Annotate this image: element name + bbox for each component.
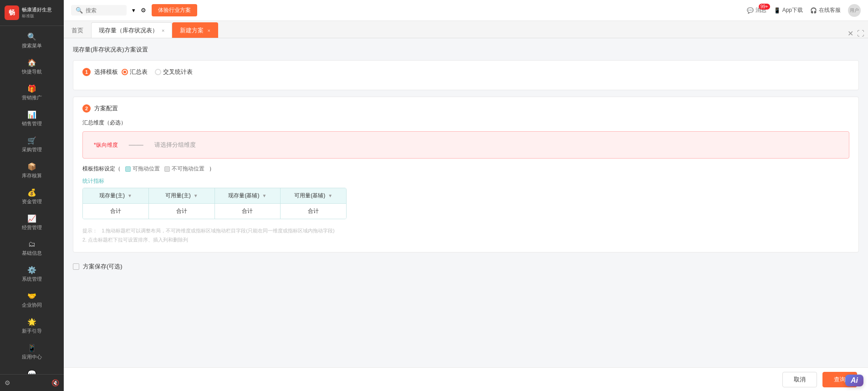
- section2-number: 2: [82, 104, 91, 113]
- sidebar-bottom: ⚙ 🔇: [0, 374, 64, 391]
- tab-new-plan-label: 新建方案: [180, 26, 204, 35]
- sidebar-item-system[interactable]: ⚙️系统管理: [0, 261, 64, 287]
- topbar-dropdown-icon[interactable]: ▾: [132, 7, 135, 14]
- tab-inventory-status[interactable]: 现存量（库存状况表） ×: [91, 22, 172, 38]
- radio-cross-circle: [155, 69, 161, 75]
- messages-button[interactable]: 💬 消息 99+: [747, 6, 766, 14]
- nav-label-purchase: 采购管理: [22, 146, 42, 153]
- indicator-settings-suffix: ）: [209, 165, 214, 173]
- stats-data-col4: 合计: [281, 203, 346, 219]
- indicator-settings-prefix: 模板指标设定（: [82, 165, 121, 173]
- app-download-icon: 📱: [774, 7, 781, 14]
- nav-label-newbie: 新手引导: [22, 328, 42, 334]
- industry-plan-button[interactable]: 体验行业方案: [152, 4, 197, 16]
- radio-summary-circle: [122, 69, 128, 75]
- stats-label: 统计指标: [82, 177, 849, 185]
- sidebar-item-inventory[interactable]: 📦库存核算: [0, 158, 64, 184]
- nav-icon-app-center: 📱: [27, 344, 36, 352]
- stats-header-col2[interactable]: 可用量(主)▼: [149, 188, 215, 203]
- nav-icon-newbie: 🌟: [27, 318, 36, 326]
- stats-header-col1[interactable]: 现存量(主)▼: [83, 188, 149, 203]
- tab-close-all-icon[interactable]: ✕: [848, 29, 853, 38]
- col-dropdown-col2[interactable]: ▼: [194, 193, 198, 198]
- search-box[interactable]: 🔍: [71, 5, 127, 15]
- save-checkbox[interactable]: [73, 263, 79, 270]
- nav-label-system: 系统管理: [22, 276, 42, 283]
- stats-header-row: 现存量(主)▼可用量(主)▼现存量(基辅)▼可用量(基辅)▼: [83, 188, 346, 203]
- col-dropdown-col3[interactable]: ▼: [262, 193, 266, 198]
- tab-inventory-status-close[interactable]: ×: [162, 28, 164, 33]
- sound-icon[interactable]: 🔇: [51, 379, 59, 386]
- radio-cross[interactable]: 交叉统计表: [155, 68, 193, 76]
- stats-data-col1: 合计: [83, 203, 149, 219]
- user-avatar[interactable]: 用户: [848, 4, 861, 17]
- nav-label-basic: 基础信息: [22, 250, 42, 257]
- section1-header: 1 选择模板 汇总表 交叉统计表: [82, 68, 849, 76]
- dim-arrow: ——: [129, 141, 143, 149]
- sidebar-item-app-center[interactable]: 📱应用中心: [0, 339, 64, 365]
- nav-icon-enterprise: 🤝: [27, 292, 36, 300]
- dim-placeholder: 请选择分组维度: [154, 141, 196, 149]
- nav-label-inventory: 库存核算: [22, 172, 42, 179]
- section1-title: 选择模板: [94, 68, 118, 76]
- section2-card: 2 方案配置 汇总维度（必选） *纵向维度 —— 请选择分组维度 模板指标设定（…: [73, 97, 859, 252]
- section1-number: 1: [82, 68, 91, 76]
- tab-expand-icon[interactable]: ⛶: [857, 30, 864, 38]
- search-icon: 🔍: [76, 7, 83, 14]
- cancel-button[interactable]: 取消: [782, 372, 817, 387]
- sidebar-item-enterprise[interactable]: 🤝企业协同: [0, 287, 64, 313]
- save-option-label: 方案保存(可选): [83, 262, 123, 271]
- col-dropdown-col4[interactable]: ▼: [328, 193, 332, 198]
- stats-data-col2: 合计: [149, 203, 215, 219]
- sidebar-item-search-menu[interactable]: 🔍搜索菜单: [0, 28, 64, 54]
- nav-icon-finance: 💰: [27, 188, 36, 197]
- sidebar-item-wechat[interactable]: 💬企业微信: [0, 365, 64, 374]
- app-download-button[interactable]: 📱 App下载: [774, 6, 803, 14]
- sidebar-item-purchase[interactable]: 🛒采购管理: [0, 132, 64, 158]
- nav-icon-shortcut-nav: 🏠: [27, 58, 36, 67]
- nav-label-finance: 资金管理: [22, 198, 42, 205]
- app-download-label: App下载: [782, 6, 803, 14]
- sidebar-item-operations[interactable]: 📈经营管理: [0, 210, 64, 236]
- legend-draggable-box: [125, 166, 131, 172]
- settings-icon[interactable]: ⚙: [5, 379, 10, 386]
- messages-badge: 99+: [759, 4, 770, 10]
- nav-label-marketing: 营销推广: [22, 94, 42, 101]
- nav-icon-system: ⚙️: [27, 266, 36, 274]
- radio-summary[interactable]: 汇总表: [122, 68, 148, 76]
- tab-new-plan-close[interactable]: ×: [207, 28, 210, 33]
- sidebar-item-sales[interactable]: 📊销售管理: [0, 106, 64, 132]
- tab-home[interactable]: 首页: [64, 22, 91, 38]
- sidebar-item-marketing[interactable]: 🎁营销推广: [0, 80, 64, 106]
- sidebar-item-shortcut-nav[interactable]: 🏠快捷导航: [0, 54, 64, 80]
- legend-draggable-label: 可拖动位置: [133, 165, 160, 173]
- stats-header-col4[interactable]: 可用量(基辅)▼: [281, 188, 346, 203]
- sidebar-item-basic[interactable]: 🗂基础信息: [0, 236, 64, 261]
- app-name: 畅康通好生意: [22, 6, 52, 13]
- nav-icon-inventory: 📦: [27, 162, 36, 171]
- radio-cross-label: 交叉统计表: [163, 68, 193, 76]
- nav-label-sales: 销售管理: [22, 120, 42, 127]
- nav-icon-sales: 📊: [27, 110, 36, 119]
- template-radio-group: 汇总表 交叉统计表: [122, 68, 193, 76]
- tabbar: 首页 现存量（库存状况表） × 新建方案 × ✕ ⛶: [64, 21, 868, 38]
- nav-icon-marketing: 🎁: [27, 84, 36, 93]
- nav-icon-basic: 🗂: [28, 240, 36, 248]
- logo-icon: 畅: [5, 5, 19, 20]
- tab-new-plan[interactable]: 新建方案 ×: [172, 22, 218, 38]
- topbar-settings-icon[interactable]: ⚙: [141, 7, 146, 14]
- legend-fixed-box: [164, 166, 170, 172]
- sidebar-item-newbie[interactable]: 🌟新手引导: [0, 313, 64, 339]
- col-dropdown-col1[interactable]: ▼: [128, 193, 132, 198]
- topbar-right: 💬 消息 99+ 📱 App下载 🎧 在线客服 用户: [747, 4, 861, 17]
- stats-data-col3: 合计: [215, 203, 281, 219]
- nav-label-app-center: 应用中心: [22, 354, 42, 360]
- dim-vertical-label: *纵向维度: [94, 141, 118, 149]
- online-service-button[interactable]: 🎧 在线客服: [810, 6, 841, 14]
- stats-header-col3[interactable]: 现存量(基辅)▼: [215, 188, 281, 203]
- tips-title: 提示： 1.拖动标题栏可以调整布局，不可跨维度或指标区域拖动栏目字段(只能在同一…: [82, 226, 849, 236]
- legend-draggable: 可拖动位置: [125, 165, 160, 173]
- sidebar-item-finance[interactable]: 💰资金管理: [0, 184, 64, 210]
- search-input[interactable]: [86, 7, 122, 14]
- nav-icon-wechat: 💬: [27, 370, 36, 374]
